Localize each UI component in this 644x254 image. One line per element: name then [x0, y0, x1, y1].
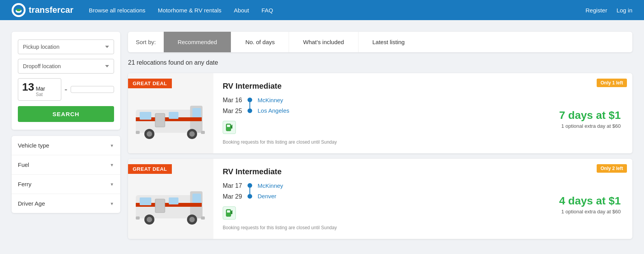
date-start-box[interactable]: 13 Mar Sat [18, 78, 61, 101]
header-left: transfercar Browse all relocations Motor… [12, 3, 273, 17]
date-num: 13 [22, 82, 34, 93]
content: Sort by: Recommended No. of days What's … [128, 32, 632, 239]
svg-rect-18 [227, 125, 230, 127]
route-city-to[interactable]: Denver [258, 193, 283, 199]
price-main: 4 days at $1 [559, 195, 621, 207]
route-dot-to [248, 108, 252, 113]
route-vline [249, 102, 250, 108]
only-left-badge: Only 1 left [597, 79, 627, 87]
chevron-down-icon: ▼ [110, 182, 114, 187]
search-button[interactable]: SEARCH [18, 106, 114, 122]
svg-rect-33 [201, 216, 205, 220]
route-icons-col [248, 182, 252, 199]
chevron-down-icon: ▼ [110, 143, 114, 148]
svg-rect-35 [227, 210, 230, 213]
filter-driver-age-label: Driver Age [18, 200, 45, 207]
listing-card: GREAT DEAL [128, 73, 632, 153]
nav-browse[interactable]: Browse all relocations [89, 7, 145, 14]
nav-about[interactable]: About [234, 7, 249, 14]
sort-tab-days[interactable]: No. of days [231, 32, 289, 52]
date-info: Mar Sat [36, 86, 45, 97]
route-city-from[interactable]: McKinney [258, 97, 289, 103]
card-price: Only 1 left 7 days at $1 1 optional extr… [531, 73, 632, 153]
date-end-box[interactable] [71, 86, 114, 93]
route-combined: Mar 17 Mar 29 McKinney Denver [223, 182, 522, 200]
logo-text: transfercar [29, 5, 73, 15]
route-dot-from [248, 183, 252, 188]
svg-point-31 [189, 217, 195, 222]
dropoff-select[interactable]: Dropoff location [18, 59, 114, 74]
filter-sections-box: Vehicle type ▼ Fuel ▼ Ferry ▼ Driver Age… [12, 136, 120, 213]
route-date-from: Mar 17 [223, 182, 242, 189]
only-left-badge: Only 2 left [597, 164, 627, 173]
rv-image [132, 94, 209, 141]
svg-rect-10 [169, 112, 178, 119]
filter-vehicle-type[interactable]: Vehicle type ▼ [12, 136, 120, 155]
route-city-from[interactable]: McKinney [258, 182, 283, 189]
svg-rect-8 [155, 113, 165, 127]
logo-icon [12, 3, 26, 17]
filter-fuel[interactable]: Fuel ▼ [12, 155, 120, 175]
chevron-down-icon: ▼ [110, 201, 114, 206]
sidebar: Pickup location Dropoff location 13 Mar … [12, 32, 120, 239]
fuel-icon [223, 121, 236, 134]
filter-driver-age[interactable]: Driver Age ▼ [12, 194, 120, 213]
register-button[interactable]: Register [585, 7, 607, 14]
vehicle-title: RV Intermediate [223, 167, 522, 176]
date-row: 13 Mar Sat - [18, 78, 114, 101]
rv-image [132, 180, 209, 226]
date-day: Sat [36, 92, 45, 97]
login-button[interactable]: Log in [616, 7, 632, 14]
svg-rect-20 [232, 125, 232, 126]
vehicle-title: RV Intermediate [223, 82, 522, 91]
svg-rect-9 [140, 112, 151, 120]
card-image-wrap: GREAT DEAL [128, 159, 213, 239]
card-info: RV Intermediate Mar 16 Mar 25 McKinney L… [213, 73, 531, 153]
card-info: RV Intermediate Mar 17 Mar 29 McKinney D… [213, 159, 531, 239]
booking-note: Booking requests for this listing are cl… [223, 139, 522, 145]
great-deal-badge: GREAT DEAL [128, 79, 172, 88]
route-dates-col: Mar 16 Mar 25 [223, 97, 242, 115]
svg-rect-15 [136, 131, 140, 134]
card-image-wrap: GREAT DEAL [128, 73, 213, 153]
sort-tab-recommended[interactable]: Recommended [164, 32, 232, 52]
route-dot-to [248, 194, 252, 199]
booking-note: Booking requests for this listing are cl… [223, 225, 522, 230]
main-layout: Pickup location Dropoff location 13 Mar … [0, 20, 644, 251]
route-date-to: Mar 29 [223, 193, 242, 200]
svg-rect-26 [140, 197, 151, 205]
nav-faq[interactable]: FAQ [261, 7, 273, 14]
svg-rect-16 [201, 131, 205, 134]
sort-bar: Sort by: Recommended No. of days What's … [128, 32, 632, 52]
header-right: Register Log in [585, 7, 632, 14]
sort-tabs: Recommended No. of days What's included … [164, 32, 632, 52]
price-main: 7 days at $1 [559, 109, 621, 122]
svg-rect-37 [232, 210, 232, 212]
chevron-down-icon: ▼ [110, 163, 114, 167]
route-cities-col: McKinney Denver [258, 182, 283, 199]
sort-by-label: Sort by: [128, 39, 164, 45]
sort-tab-included[interactable]: What's included [289, 32, 358, 52]
route-combined: Mar 16 Mar 25 McKinney Los Angeles [223, 97, 522, 115]
route-dates-col: Mar 17 Mar 29 [223, 182, 242, 200]
sort-tab-latest[interactable]: Latest listing [358, 32, 419, 52]
logo[interactable]: transfercar [12, 3, 73, 17]
svg-rect-25 [155, 199, 165, 213]
listing-card: GREAT DEAL RV Int [128, 159, 632, 239]
svg-point-14 [189, 131, 195, 137]
nav-rv-rentals[interactable]: Motorhome & RV rentals [158, 7, 222, 14]
filter-box: Pickup location Dropoff location 13 Mar … [12, 32, 120, 130]
route-date-to: Mar 25 [223, 108, 242, 115]
date-dash: - [64, 84, 67, 94]
svg-point-12 [147, 131, 152, 137]
filter-ferry[interactable]: Ferry ▼ [12, 175, 120, 194]
pickup-select[interactable]: Pickup location [18, 39, 114, 54]
route-city-to[interactable]: Los Angeles [258, 107, 289, 114]
svg-rect-3 [16, 9, 21, 10]
svg-rect-23 [192, 194, 201, 203]
route-dot-from [248, 98, 252, 102]
route-cities-col: McKinney Los Angeles [258, 97, 289, 114]
filter-vehicle-type-label: Vehicle type [18, 142, 49, 149]
price-extra: 1 optional extra day at $60 [561, 123, 621, 129]
svg-rect-6 [192, 108, 201, 118]
